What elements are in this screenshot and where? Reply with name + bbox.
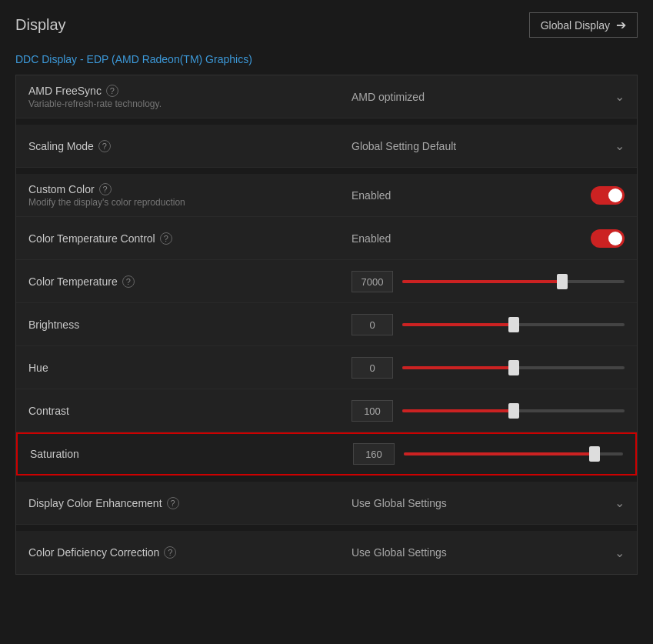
dropdown-value-scaling-mode: Global Setting Default xyxy=(351,140,456,152)
dropdown-display-color-enhancement[interactable]: Use Global Settings⌄ xyxy=(351,496,625,510)
value-box-saturation: 160 xyxy=(353,443,395,465)
slider-fill xyxy=(404,452,595,455)
setting-row-hue: Hue0 xyxy=(16,346,637,389)
control-col-display-color-enhancement: Use Global Settings⌄ xyxy=(339,488,637,518)
label-text-brightness: Brightness xyxy=(28,319,79,331)
label-col-brightness: Brightness xyxy=(16,311,339,339)
slider-fill xyxy=(402,366,514,369)
slider-track xyxy=(404,452,623,455)
slider-contrast[interactable] xyxy=(402,403,625,419)
value-box-brightness: 0 xyxy=(351,314,393,335)
enabled-text-color-temp-control: Enabled xyxy=(351,232,391,245)
display-page: Display Global Display ➔ DDC Display - E… xyxy=(0,0,653,587)
label-col-color-temperature: Color Temperature? xyxy=(16,268,339,295)
value-box-color-temperature: 7000 xyxy=(351,271,393,292)
setting-row-color-deficiency-correction: Color Deficiency Correction?Use Global S… xyxy=(16,531,637,574)
slider-color-temperature[interactable] xyxy=(402,274,625,289)
control-col-scaling-mode: Global Setting Default⌄ xyxy=(339,131,637,161)
label-text-color-temperature: Color Temperature xyxy=(28,275,118,288)
label-col-saturation: Saturation xyxy=(18,440,341,468)
slider-thumb[interactable] xyxy=(589,446,600,462)
toggle-color-temp-control[interactable] xyxy=(591,229,625,248)
setting-row-color-temperature: Color Temperature?7000 xyxy=(16,260,637,303)
slider-fill xyxy=(402,280,562,283)
setting-row-amd-freesync: AMD FreeSync?Variable-refresh-rate techn… xyxy=(16,75,637,118)
control-col-brightness: 0 xyxy=(339,306,637,343)
control-col-saturation: 160 xyxy=(341,435,635,472)
label-text-saturation: Saturation xyxy=(30,448,79,460)
control-col-amd-freesync: AMD optimized⌄ xyxy=(339,82,637,112)
toggle-custom-color[interactable] xyxy=(591,186,625,205)
setting-row-custom-color: Custom Color?Modify the display's color … xyxy=(16,174,637,217)
label-col-contrast: Contrast xyxy=(16,397,339,425)
header: Display Global Display ➔ xyxy=(15,12,638,38)
dropdown-value-color-deficiency-correction: Use Global Settings xyxy=(351,546,447,559)
chevron-down-icon: ⌄ xyxy=(615,138,625,153)
label-text-color-temp-control: Color Temperature Control xyxy=(28,232,155,245)
slider-thumb[interactable] xyxy=(508,403,519,419)
slider-fill xyxy=(402,323,514,326)
chevron-down-icon: ⌄ xyxy=(615,496,625,510)
global-display-button[interactable]: Global Display ➔ xyxy=(529,12,638,38)
dropdown-value-amd-freesync: AMD optimized xyxy=(351,91,425,103)
chevron-down-icon: ⌄ xyxy=(615,546,625,560)
enabled-text-custom-color: Enabled xyxy=(351,189,391,202)
label-text-contrast: Contrast xyxy=(28,405,69,417)
help-icon-color-deficiency-correction[interactable]: ? xyxy=(164,546,176,559)
label-col-custom-color: Custom Color?Modify the display's color … xyxy=(16,175,339,215)
slider-thumb[interactable] xyxy=(508,317,519,332)
control-col-color-temp-control: Enabled xyxy=(339,222,637,255)
settings-container: AMD FreeSync?Variable-refresh-rate techn… xyxy=(15,75,638,575)
slider-thumb[interactable] xyxy=(508,360,519,375)
label-text-scaling-mode: Scaling Mode xyxy=(28,140,94,152)
global-display-label: Global Display xyxy=(541,19,610,32)
arrow-icon: ➔ xyxy=(616,18,626,32)
label-text-color-deficiency-correction: Color Deficiency Correction xyxy=(28,546,159,559)
help-icon-color-temperature[interactable]: ? xyxy=(122,275,135,288)
chevron-down-icon: ⌄ xyxy=(615,89,625,104)
help-icon-amd-freesync[interactable]: ? xyxy=(106,85,118,97)
slider-track xyxy=(402,366,625,369)
label-col-scaling-mode: Scaling Mode? xyxy=(16,132,339,160)
help-icon-scaling-mode[interactable]: ? xyxy=(98,140,111,152)
control-col-hue: 0 xyxy=(339,349,637,386)
dropdown-value-display-color-enhancement: Use Global Settings xyxy=(351,497,447,509)
label-text-custom-color: Custom Color xyxy=(28,183,95,195)
label-col-display-color-enhancement: Display Color Enhancement? xyxy=(16,489,339,517)
dropdown-color-deficiency-correction[interactable]: Use Global Settings⌄ xyxy=(351,546,625,560)
control-col-contrast: 100 xyxy=(339,392,637,429)
setting-row-saturation: Saturation160 xyxy=(16,432,637,475)
label-text-display-color-enhancement: Display Color Enhancement xyxy=(28,497,162,509)
setting-row-display-color-enhancement: Display Color Enhancement?Use Global Set… xyxy=(16,482,637,525)
value-box-hue: 0 xyxy=(351,357,393,379)
sublabel-custom-color: Modify the display's color reproduction xyxy=(28,197,327,208)
label-col-color-deficiency-correction: Color Deficiency Correction? xyxy=(16,539,339,566)
slider-brightness[interactable] xyxy=(402,317,625,332)
slider-thumb[interactable] xyxy=(557,274,568,289)
dropdown-scaling-mode[interactable]: Global Setting Default⌄ xyxy=(351,138,625,153)
setting-row-scaling-mode: Scaling Mode?Global Setting Default⌄ xyxy=(16,125,637,168)
slider-saturation[interactable] xyxy=(404,446,623,462)
control-col-color-temperature: 7000 xyxy=(339,263,637,300)
label-text-amd-freesync: AMD FreeSync xyxy=(28,85,102,97)
setting-row-color-temp-control: Color Temperature Control?Enabled xyxy=(16,217,637,260)
label-col-amd-freesync: AMD FreeSync?Variable-refresh-rate techn… xyxy=(16,77,339,117)
slider-hue[interactable] xyxy=(402,360,625,375)
dropdown-amd-freesync[interactable]: AMD optimized⌄ xyxy=(351,89,625,104)
section-title: DDC Display - EDP (AMD Radeon(TM) Graphi… xyxy=(15,53,638,65)
help-icon-color-temp-control[interactable]: ? xyxy=(160,232,172,245)
page-title: Display xyxy=(15,16,66,34)
setting-row-brightness: Brightness0 xyxy=(16,303,637,346)
label-col-color-temp-control: Color Temperature Control? xyxy=(16,225,339,252)
label-col-hue: Hue xyxy=(16,354,339,382)
slider-track xyxy=(402,323,625,326)
slider-track xyxy=(402,280,625,283)
value-box-contrast: 100 xyxy=(351,400,393,422)
help-icon-custom-color[interactable]: ? xyxy=(99,183,112,195)
help-icon-display-color-enhancement[interactable]: ? xyxy=(167,497,179,509)
label-text-hue: Hue xyxy=(28,362,48,374)
slider-track xyxy=(402,409,625,412)
control-col-custom-color: Enabled xyxy=(339,179,637,212)
setting-row-contrast: Contrast100 xyxy=(16,389,637,432)
slider-fill xyxy=(402,409,514,412)
